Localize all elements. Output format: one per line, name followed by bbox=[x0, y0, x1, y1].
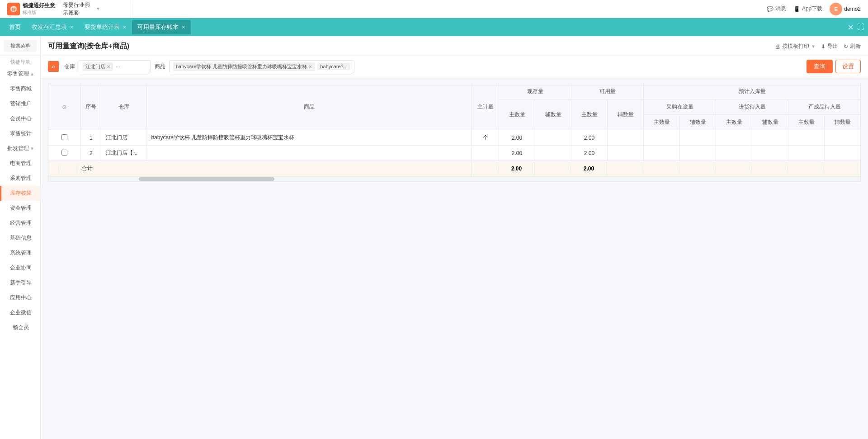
sidebar-item-enterprise-wechat[interactable]: 企业微信 bbox=[0, 305, 40, 320]
mobile-icon: 📱 bbox=[793, 6, 800, 12]
sidebar-item-enterprise-label: 企业协同 bbox=[10, 264, 32, 272]
row-available-aux-0 bbox=[608, 130, 644, 146]
col-no-header: 序号 bbox=[81, 84, 101, 130]
horizontal-scrollbar[interactable] bbox=[48, 176, 861, 182]
sidebar-item-ecommerce[interactable]: 电商管理 bbox=[0, 156, 40, 171]
tab-receipts-close[interactable]: ✕ bbox=[70, 24, 74, 30]
page-header: 可用量查询(按仓库+商品) 🖨 按模板打印 ▼ ⬇ 导出 ↻ 刷新 bbox=[41, 36, 868, 55]
warehouse-filter-label: 仓库 bbox=[64, 63, 75, 71]
row-inbound-pending-main-1 bbox=[716, 146, 752, 161]
sidebar-item-wholesale[interactable]: 批发管理 ▼ bbox=[0, 141, 40, 156]
data-table: ⚙ 序号 仓库 商品 主计量 现存量 可用量 预计入库量 主数量 辅数量 主数量 bbox=[48, 84, 861, 161]
row-stock-main-0: 2.00 bbox=[499, 130, 535, 146]
tab-home[interactable]: 首页 bbox=[4, 20, 26, 34]
close-window-icon[interactable]: ✕ bbox=[848, 23, 854, 32]
top-bar-left: 好 畅捷通好生意 标准版 母婴行业演示账套 ▼ bbox=[7, 0, 131, 19]
sidebar-item-retail-store[interactable]: 零售商城 bbox=[0, 81, 40, 96]
logo-sub-text: 标准版 bbox=[23, 9, 55, 16]
search-menu-button[interactable]: 搜索菜单 bbox=[4, 40, 37, 52]
quick-nav-label: 快捷导航 bbox=[0, 56, 40, 66]
content-area: 可用量查询(按仓库+商品) 🖨 按模板打印 ▼ ⬇ 导出 ↻ 刷新 bbox=[41, 36, 868, 439]
tab-order-stats-close[interactable]: ✕ bbox=[123, 24, 127, 30]
row-stock-aux-0 bbox=[535, 130, 571, 146]
app-download-action[interactable]: 📱 App下载 bbox=[793, 5, 822, 13]
warehouse-ellipsis[interactable]: ··· bbox=[116, 63, 120, 70]
row-no-0: 1 bbox=[81, 130, 101, 146]
sidebar-item-purchase[interactable]: 采购管理 bbox=[0, 171, 40, 186]
template-print-label: 按模板打印 bbox=[782, 42, 809, 50]
row-checkbox-0[interactable] bbox=[61, 134, 67, 140]
nav-right-buttons: ✕ ⛶ bbox=[848, 23, 864, 32]
sidebar-item-wholesale-label: 批发管理 bbox=[7, 145, 29, 152]
sidebar-item-app-center[interactable]: 应用中心 bbox=[0, 290, 40, 305]
sidebar-item-finance[interactable]: 资金管理 bbox=[0, 201, 40, 216]
sidebar-item-basic-label: 基础信息 bbox=[10, 234, 32, 242]
row-unit-0: 个 bbox=[472, 130, 499, 146]
warehouse-tag-remove[interactable]: ✕ bbox=[107, 64, 110, 69]
footer-unit bbox=[472, 165, 499, 172]
sidebar-item-retail[interactable]: 零售管理 ▲ bbox=[0, 66, 40, 81]
row-check-0[interactable] bbox=[48, 130, 81, 146]
product-tag1: babycare学饮杯 儿童防摔防撞吸管杯重力球吸嘴杯宝宝水杯 ✕ bbox=[173, 62, 315, 71]
filter-toggle-button[interactable]: » bbox=[48, 61, 59, 72]
svg-text:好: 好 bbox=[11, 7, 16, 12]
export-icon: ⬇ bbox=[821, 43, 826, 50]
footer-purchase-main bbox=[643, 165, 679, 172]
col-purchase-transit-main-header: 主数量 bbox=[644, 115, 680, 130]
row-no-1: 2 bbox=[81, 146, 101, 161]
row-inbound-pending-aux-0 bbox=[752, 130, 788, 146]
query-button[interactable]: 查询 bbox=[807, 60, 833, 73]
row-warehouse-1: 江北门店【... bbox=[101, 146, 146, 161]
sidebar-item-inventory[interactable]: 库存核算 bbox=[0, 186, 40, 201]
col-settings-header[interactable]: ⚙ bbox=[48, 84, 81, 130]
sidebar-item-member[interactable]: 会员中心 bbox=[0, 111, 40, 126]
col-product-header: 商品 bbox=[146, 84, 472, 130]
row-check-1[interactable] bbox=[48, 146, 81, 161]
warehouse-tag: 江北门店 ✕ bbox=[83, 62, 113, 71]
sidebar: 搜索菜单 快捷导航 零售管理 ▲ 零售商城 营销推广 会员中心 零售统计 批发管… bbox=[0, 36, 41, 439]
row-checkbox-1[interactable] bbox=[61, 150, 67, 156]
sidebar-item-member-plus[interactable]: 畅会员 bbox=[0, 320, 40, 335]
top-bar: 好 畅捷通好生意 标准版 母婴行业演示账套 ▼ 💬 消息 📱 App下载 E d… bbox=[0, 0, 868, 18]
col-available-aux-header: 辅数量 bbox=[608, 99, 644, 130]
template-print-button[interactable]: 🖨 按模板打印 ▼ bbox=[775, 42, 816, 50]
sidebar-item-newbie[interactable]: 新手引导 bbox=[0, 275, 40, 290]
footer-purchase-aux bbox=[679, 165, 716, 172]
refresh-button[interactable]: ↻ 刷新 bbox=[844, 42, 861, 50]
export-button[interactable]: ⬇ 导出 bbox=[821, 42, 838, 50]
row-purchase-transit-main-1 bbox=[644, 146, 680, 161]
col-production-pending-aux-header: 辅数量 bbox=[825, 115, 861, 130]
expand-icon[interactable]: ⛶ bbox=[857, 23, 864, 32]
store-selector[interactable]: 母婴行业演示账套 ▼ bbox=[59, 0, 131, 19]
sidebar-item-enterprise[interactable]: 企业协同 bbox=[0, 260, 40, 275]
product-filter-input[interactable]: babycare学饮杯 儿童防摔防撞吸管杯重力球吸嘴杯宝宝水杯 ✕ babyca… bbox=[169, 60, 354, 73]
sidebar-item-system[interactable]: 系统管理 bbox=[0, 245, 40, 260]
col-stock-main-header: 主数量 bbox=[499, 99, 535, 130]
message-label: 消息 bbox=[775, 5, 786, 13]
table-footer: 合计 2.00 2.00 bbox=[48, 161, 861, 176]
table-settings-icon[interactable]: ⚙ bbox=[62, 104, 67, 110]
sidebar-item-marketing[interactable]: 营销推广 bbox=[0, 96, 40, 111]
settings-button[interactable]: 设置 bbox=[835, 60, 861, 73]
footer-spacer-no bbox=[59, 165, 77, 172]
user-action[interactable]: E demo2 bbox=[830, 3, 861, 15]
row-product-0: babycare学饮杯 儿童防摔防撞吸管杯重力球吸嘴杯宝宝水杯 bbox=[146, 130, 472, 146]
tab-receipts[interactable]: 收发存汇总表 ✕ bbox=[26, 20, 79, 34]
message-action[interactable]: 💬 消息 bbox=[767, 5, 786, 13]
scrollbar-thumb[interactable] bbox=[139, 177, 274, 181]
sidebar-item-retail-stats[interactable]: 零售统计 bbox=[0, 126, 40, 141]
tab-order-stats[interactable]: 要货单统计表 ✕ bbox=[79, 20, 132, 34]
tab-home-label: 首页 bbox=[9, 23, 21, 31]
sidebar-item-basic[interactable]: 基础信息 bbox=[0, 231, 40, 245]
nav-tabs: 首页 收发存汇总表 ✕ 要货单统计表 ✕ 可用量库存账本 ✕ ✕ ⛶ bbox=[0, 18, 868, 36]
warehouse-filter-input[interactable]: 江北门店 ✕ ··· bbox=[79, 60, 151, 73]
product-tag1-remove[interactable]: ✕ bbox=[308, 64, 312, 69]
tab-available-inventory[interactable]: 可用量库存账本 ✕ bbox=[132, 20, 191, 34]
chevron-down-icon-print: ▼ bbox=[811, 44, 816, 49]
logo-text-area: 畅捷通好生意 标准版 bbox=[23, 2, 55, 16]
refresh-icon: ↻ bbox=[844, 43, 848, 50]
table-container: ⚙ 序号 仓库 商品 主计量 现存量 可用量 预计入库量 主数量 辅数量 主数量 bbox=[41, 78, 868, 439]
sidebar-item-system-label: 系统管理 bbox=[10, 249, 32, 257]
sidebar-item-operations[interactable]: 经营管理 bbox=[0, 216, 40, 231]
tab-available-inventory-close[interactable]: ✕ bbox=[181, 24, 185, 30]
